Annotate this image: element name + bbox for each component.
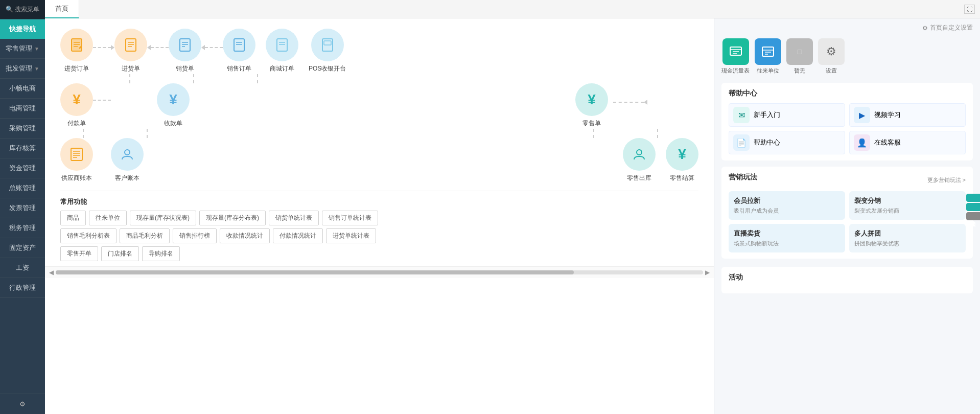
node-purchase-note[interactable]: 进货单	[114, 29, 147, 73]
func-btn-14[interactable]: 导购排名	[142, 246, 180, 261]
func-btn-4[interactable]: 销货单统计表	[269, 211, 319, 225]
gear-icon: ⚙	[922, 25, 928, 32]
quick-icon-contacts[interactable]: 往来单位	[755, 38, 781, 75]
marketing-fission[interactable]: 裂变分销 裂变式发展分销商	[849, 191, 966, 220]
marketing-section: 营销玩法 更多营销玩法 > 会员拉新 吸引用户成为会员 裂变分销 裂变式发展分销…	[721, 167, 973, 259]
marketing-more-link[interactable]: 更多营销玩法 >	[927, 176, 966, 184]
sidebar-search[interactable]: 🔍 搜索菜单	[0, 0, 45, 19]
func-btn-2[interactable]: 现存量(库存状况表)	[130, 211, 196, 225]
help-center-title: 帮助中心	[729, 89, 966, 98]
float-btn-service[interactable]: 客服热线	[966, 194, 980, 202]
scroll-track[interactable]	[56, 270, 703, 274]
help-item-video[interactable]: ▶ 视频学习	[849, 103, 966, 127]
node-retail-note[interactable]: ¥ 零售单	[575, 83, 608, 128]
fullscreen-button[interactable]: ⛶	[964, 5, 975, 14]
svg-rect-32	[762, 47, 774, 56]
func-btn-5[interactable]: 销售订单统计表	[322, 211, 378, 225]
node-mall-order[interactable]: 商城订单	[266, 29, 298, 73]
payment-icon: ¥	[60, 83, 93, 116]
sidebar-item-salary[interactable]: 工资	[0, 258, 45, 278]
sales-order-label: 销售订单	[227, 64, 251, 73]
scroll-right-arrow[interactable]: ▶	[705, 269, 710, 276]
svg-rect-5	[126, 39, 136, 51]
right-panel: ⚙ 首页自定义设置 现金流量表 往来单位	[714, 18, 980, 414]
func-btn-12[interactable]: 零售开单	[60, 246, 98, 261]
help-item-beginner[interactable]: ✉ 新手入门	[729, 103, 845, 127]
scroll-left-arrow[interactable]: ◀	[49, 269, 54, 276]
node-customer-account[interactable]: 客户账本	[111, 138, 144, 182]
quick-icon-cashflow[interactable]: 现金流量表	[721, 38, 750, 75]
customer-account-label: 客户账本	[115, 174, 139, 182]
marketing-live[interactable]: 直播卖货 场景式购物新玩法	[729, 224, 845, 252]
func-grid: 商品 往来单位 现存量(库存状况表) 现存量(库存分布表) 销货单统计表 销售订…	[60, 211, 698, 225]
node-receipt[interactable]: ¥ 收款单	[157, 83, 190, 128]
svg-rect-9	[180, 39, 190, 51]
node-sales-order[interactable]: 销售订单	[223, 29, 255, 73]
sidebar-item-ecom-small[interactable]: 小畅电商	[0, 79, 45, 99]
sidebar-item-retail[interactable]: 零售管理 ▼	[0, 39, 45, 59]
marketing-live-title: 直播卖货	[734, 229, 840, 238]
func-btn-10[interactable]: 付款情况统计	[273, 228, 323, 243]
tab-home[interactable]: 首页	[45, 0, 79, 18]
node-retail-settle[interactable]: ¥ 零售结算	[666, 138, 698, 182]
func-btn-1[interactable]: 往来单位	[89, 211, 127, 225]
sidebar-gear-button[interactable]: ⚙	[0, 394, 45, 414]
sidebar-item-inventory[interactable]: 库存核算	[0, 139, 45, 158]
quick-icon-none[interactable]: □ 暂无	[786, 38, 813, 75]
marketing-grid: 会员拉新 吸引用户成为会员 裂变分销 裂变式发展分销商 直播卖货 场景式购物新玩…	[729, 191, 966, 252]
svg-rect-20	[324, 41, 331, 45]
mail-icon: ✉	[733, 107, 750, 123]
float-btn-desktop[interactable]: 桌面快捷	[966, 212, 980, 220]
func-btn-9[interactable]: 收款情况统计	[220, 228, 270, 243]
float-buttons: 客服热线 服务社区 桌面快捷	[966, 194, 980, 220]
sidebar-item-finance[interactable]: 资金管理	[0, 158, 45, 178]
func-btn-6[interactable]: 销售毛利分析表	[60, 228, 116, 243]
func-btn-3[interactable]: 现存量(库存分布表)	[199, 211, 266, 225]
func-btn-13[interactable]: 门店排名	[101, 246, 139, 261]
content-area: 进货订单 进货单	[45, 18, 980, 414]
retail-note-label: 零售单	[582, 119, 601, 128]
func-btn-11[interactable]: 进货单统计表	[326, 228, 376, 243]
sidebar-nav-header[interactable]: 快捷导航	[0, 19, 45, 39]
func-btn-7[interactable]: 商品毛利分析	[120, 228, 170, 243]
supplier-account-icon	[60, 138, 93, 171]
retail-out-icon	[623, 138, 656, 171]
topbar-right: ⛶	[964, 5, 980, 14]
quick-icon-settings[interactable]: ⚙ 设置	[818, 38, 845, 75]
svg-rect-16	[277, 39, 287, 51]
help-item-service[interactable]: 👤 在线客服	[849, 131, 966, 154]
common-functions: 常用功能 商品 往来单位 现存量(库存状况表) 现存量(库存分布表) 销货单统计…	[60, 191, 698, 261]
func-btn-0[interactable]: 商品	[60, 211, 86, 225]
retail-out-label: 零售出库	[627, 174, 651, 182]
func-grid-3: 零售开单 门店排名 导购排名	[60, 246, 698, 261]
marketing-group[interactable]: 多人拼团 拼团购物享受优惠	[849, 224, 966, 252]
quick-icon-none-label: 暂无	[794, 67, 805, 75]
sidebar-item-ledger[interactable]: 总账管理	[0, 178, 45, 198]
sidebar-item-assets[interactable]: 固定资产	[0, 238, 45, 258]
chevron-down-icon: ▼	[34, 66, 39, 72]
sales-note-icon	[169, 29, 201, 61]
node-payment[interactable]: ¥ 付款单	[60, 83, 93, 128]
marketing-group-desc: 拼团购物享受优惠	[854, 240, 961, 247]
help-beginner-label: 新手入门	[754, 110, 780, 120]
func-btn-8[interactable]: 销售排行榜	[173, 228, 217, 243]
marketing-member[interactable]: 会员拉新 吸引用户成为会员	[729, 191, 845, 220]
sidebar-item-admin[interactable]: 行政管理	[0, 278, 45, 298]
sidebar-item-ecom-mgmt[interactable]: 电商管理	[0, 99, 45, 119]
node-purchase-order[interactable]: 进货订单	[60, 29, 93, 73]
settings-link[interactable]: ⚙ 首页自定义设置	[922, 24, 973, 32]
node-supplier-account[interactable]: 供应商账本	[60, 138, 93, 182]
sidebar-item-purchase[interactable]: 采购管理	[0, 119, 45, 139]
help-service-label: 在线客服	[874, 138, 901, 147]
float-btn-community[interactable]: 服务社区	[966, 203, 980, 211]
help-center-section: 帮助中心 ✉ 新手入门 ▶ 视频学习 📄 帮助中心 👤	[721, 83, 973, 160]
marketing-header: 营销玩法 更多营销玩法 >	[729, 173, 966, 187]
sidebar-item-tax[interactable]: 税务管理	[0, 218, 45, 238]
help-item-help[interactable]: 📄 帮助中心	[729, 131, 845, 154]
sidebar-item-wholesale[interactable]: 批发管理 ▼	[0, 59, 45, 79]
node-sales-note[interactable]: 销货单	[169, 29, 201, 73]
flow-container: 进货订单 进货单	[45, 18, 714, 266]
sidebar-item-invoice[interactable]: 发票管理	[0, 198, 45, 218]
node-pos[interactable]: POS收银开台	[309, 29, 346, 73]
node-retail-out[interactable]: 零售出库	[623, 138, 656, 182]
